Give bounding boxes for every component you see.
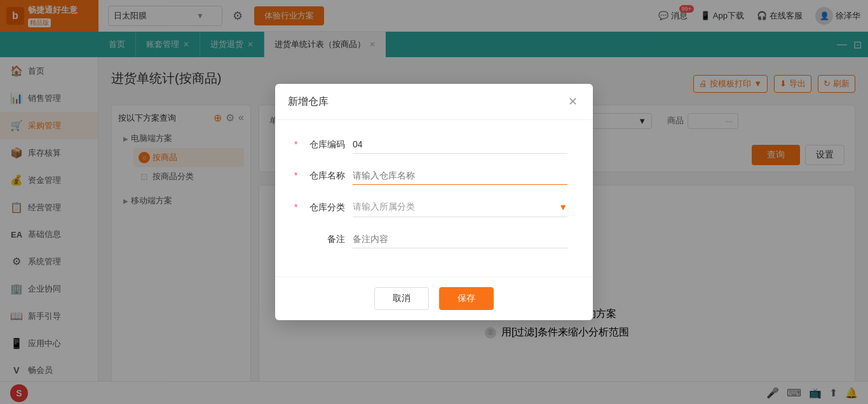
category-label: 仓库分类 [301,202,345,213]
note-input[interactable] [353,230,567,248]
modal-overlay[interactable]: 新增仓库 ✕ 仓库编码 仓库名称 仓库分类 请输入所属分类 ▼ [0,0,868,404]
modal-footer: 取消 保存 [275,276,593,320]
name-label: 仓库名称 [301,170,345,182]
form-row-code: 仓库编码 [301,135,567,154]
new-warehouse-modal: 新增仓库 ✕ 仓库编码 仓库名称 仓库分类 请输入所属分类 ▼ [275,84,593,320]
warehouse-code-input[interactable] [353,135,567,154]
category-placeholder: 请输入所属分类 [353,201,415,213]
warehouse-name-input[interactable] [353,166,567,185]
modal-body: 仓库编码 仓库名称 仓库分类 请输入所属分类 ▼ 备注 [275,120,593,276]
modal-close-icon[interactable]: ✕ [565,94,580,109]
category-select[interactable]: 请输入所属分类 ▼ [353,198,567,217]
note-label: 备注 [301,234,345,245]
category-dropdown-icon: ▼ [559,202,567,212]
form-row-category: 仓库分类 请输入所属分类 ▼ [301,198,567,217]
code-label: 仓库编码 [301,139,345,151]
cancel-button[interactable]: 取消 [374,287,429,310]
form-row-note: 备注 [301,230,567,248]
save-button[interactable]: 保存 [439,287,494,310]
modal-header: 新增仓库 ✕ [275,84,593,120]
modal-title: 新增仓库 [288,95,329,109]
form-row-name: 仓库名称 [301,166,567,185]
